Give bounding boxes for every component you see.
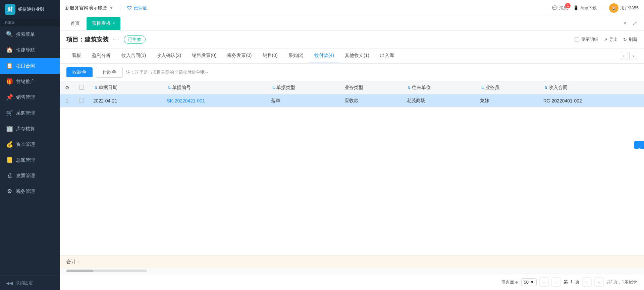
settings-icon[interactable]: ⚙ <box>65 85 69 90</box>
tab-project-board[interactable]: 项目看板 × <box>87 17 120 30</box>
table-row[interactable]: 1 2022-04-21 SK-20220421-001 蓝单 应收款 宏茂商场… <box>60 94 644 107</box>
row-biz-type: 应收款 <box>340 94 401 107</box>
sub-nav-other-income[interactable]: 其他收支(1) <box>339 49 375 63</box>
row-index: 1 <box>60 94 74 107</box>
sub-nav-scroll-controls: ‹ › <box>620 52 637 60</box>
tab-close-icon[interactable]: × <box>113 21 115 26</box>
sidebar-item-project-contract[interactable]: 📋 项目合同 <box>0 58 60 74</box>
contract-column-header[interactable]: ⇅ 收入合同 <box>539 81 644 94</box>
sort-icon: ⇅ <box>168 86 171 90</box>
topbar-divider <box>120 5 120 11</box>
show-detail-toggle[interactable]: 显示明细 <box>575 37 598 43</box>
settings-column-header[interactable]: ⚙ <box>60 81 74 94</box>
sidebar-item-marketing[interactable]: 🎁 营销推广 <box>0 74 60 89</box>
row-date: 2022-04-21 <box>89 94 162 107</box>
certified-badge: 🛡 已认证 <box>127 5 147 11</box>
horizontal-scrollbar[interactable] <box>66 270 147 272</box>
project-selector[interactable]: 新服务官网演示账套 ▼ <box>65 5 113 11</box>
salesman-column-header[interactable]: ⇅ 业务员 <box>475 81 539 94</box>
app-download-button[interactable]: 📱 App下载 <box>573 5 597 11</box>
sub-nav-income-contract[interactable]: 收入合同(1) <box>116 49 151 63</box>
tab-expand-button[interactable]: ⤢ <box>631 18 639 28</box>
search-icon: 🔍 <box>6 31 13 38</box>
page-next-button[interactable]: › <box>582 277 592 287</box>
data-table: ⚙ ⇅ 单据日期 ⇅ 单据编号 <box>60 81 644 107</box>
row-checkbox-cell[interactable] <box>74 94 89 107</box>
sidebar-item-invoice[interactable]: 🖨 发票管理 <box>0 168 60 184</box>
pagination: 每页显示 50 ▼ « ‹ 第 1 页 › » 共1页，1条记录 <box>60 274 644 290</box>
sidebar-logo: 财 畅捷通好业财 <box>0 0 60 19</box>
sidebar-item-sales[interactable]: 📌 销售管理 <box>0 89 60 105</box>
sidebar-item-search[interactable]: 🔍 搜索菜单 <box>0 26 60 42</box>
scrollbar-thumb[interactable] <box>66 270 93 272</box>
collection-bill-button[interactable]: 收款单 <box>66 67 93 77</box>
page-first-button[interactable]: « <box>539 277 549 287</box>
tab-controls: × ⤢ <box>622 18 639 28</box>
sidebar-item-ledger[interactable]: 📒 总账管理 <box>0 152 60 168</box>
sub-nav-purchase[interactable]: 采购(2) <box>283 49 309 63</box>
sub-nav-warehouse[interactable]: 出入库 <box>375 49 399 63</box>
toolbar-note: 注：这里是与项目关联的全部收付款单哦～ <box>126 69 209 75</box>
sidebar-item-label: 资金管理 <box>16 142 35 148</box>
home-icon: 🏠 <box>6 47 13 54</box>
project-header: 项目：建筑安装 ··· 已生效 显示明细 ↗ 导出 ↻ 刷新 <box>60 31 644 49</box>
row-number[interactable]: SK-20220421-001 <box>162 94 266 107</box>
marketing-icon: 🎁 <box>6 78 13 85</box>
user-menu[interactable]: 🐹 用户3355 <box>609 3 639 13</box>
export-icon: ↗ <box>604 37 607 42</box>
ledger-icon: 📒 <box>6 157 13 164</box>
select-all-checkbox[interactable] <box>79 85 84 90</box>
refresh-button[interactable]: ↻ 刷新 <box>623 37 637 43</box>
sidebar-item-tax[interactable]: ⚙ 税务管理 <box>0 184 60 199</box>
per-page-label: 每页显示 <box>501 279 519 285</box>
cancel-fixed-button[interactable]: ◀◀ 取消固定 <box>0 276 60 290</box>
sidebar-item-finance[interactable]: 💰 资金管理 <box>0 137 60 152</box>
page-total-label: 共1页，1条记录 <box>606 279 637 285</box>
date-column-header[interactable]: ⇅ 单据日期 <box>89 81 162 94</box>
topbar-right: 💬 消息 1 📱 App下载 | 🐹 用户3355 <box>552 3 639 13</box>
checkbox-column-header[interactable] <box>74 81 89 94</box>
tab-home[interactable]: 首页 <box>65 17 85 30</box>
page-last-button[interactable]: » <box>594 277 604 287</box>
sub-nav-sales-invoice[interactable]: 销售发票(0) <box>186 49 222 63</box>
purchase-icon: 🛒 <box>6 110 13 117</box>
tab-close-window-button[interactable]: × <box>622 18 628 28</box>
sidebar-item-inventory[interactable]: 🏢 库存核算 <box>0 121 60 137</box>
sidebar-item-label: 快捷导航 <box>16 47 35 53</box>
export-button[interactable]: ↗ 导出 <box>604 37 618 43</box>
sub-nav-prev-button[interactable]: ‹ <box>620 52 628 60</box>
project-title: 项目：建筑安装 <box>66 35 109 44</box>
sidebar-item-quicknav[interactable]: 🏠 快捷导航 <box>0 42 60 58</box>
partner-column-header[interactable]: ⇅ 往来单位 <box>402 81 475 94</box>
show-detail-checkbox[interactable] <box>575 37 579 42</box>
phone-icon: 📱 <box>573 5 579 10</box>
feedback-button[interactable]: 反馈 <box>634 141 644 149</box>
payment-bill-button[interactable]: 付款单 <box>96 67 123 78</box>
invoice-icon: 🖨 <box>6 172 13 179</box>
sub-nav-income-confirm[interactable]: 收入确认(2) <box>151 49 186 63</box>
page-prev-button[interactable]: ‹ <box>551 277 561 287</box>
main-area: 新服务官网演示账套 ▼ 🛡 已认证 💬 消息 1 📱 App下载 | 🐹 用户3… <box>60 0 644 290</box>
table-container: ⚙ ⇅ 单据日期 ⇅ 单据编号 <box>60 81 644 255</box>
sub-nav-kanban[interactable]: 看板 <box>66 49 87 63</box>
sidebar-item-label: 采购管理 <box>16 110 35 116</box>
messages-button[interactable]: 💬 消息 1 <box>552 5 568 11</box>
per-page-select[interactable]: 50 ▼ <box>521 278 536 286</box>
sidebar: 财 畅捷通好业财 标准版 🔍 搜索菜单 🏠 快捷导航 📋 项目合同 🎁 营销推广… <box>0 0 60 290</box>
sidebar-item-purchase[interactable]: 🛒 采购管理 <box>0 105 60 121</box>
sub-nav-sales[interactable]: 销售(0) <box>257 49 283 63</box>
type-column-header[interactable]: ⇅ 单据类型 <box>266 81 340 94</box>
sub-nav-tax-invoice[interactable]: 税务发票(0) <box>222 49 257 63</box>
message-badge: 1 <box>565 3 571 8</box>
row-checkbox[interactable] <box>79 98 84 103</box>
pin-icon: ◀◀ <box>6 281 13 286</box>
sidebar-item-label: 营销推广 <box>16 79 35 85</box>
sidebar-item-label: 搜索菜单 <box>16 31 35 38</box>
sub-nav-next-button[interactable]: › <box>629 52 637 60</box>
number-column-header[interactable]: ⇅ 单据编号 <box>162 81 266 94</box>
project-more-button[interactable]: ··· <box>113 36 120 43</box>
sub-nav-collection[interactable]: 收付款(4) <box>309 49 339 63</box>
sub-nav-profit[interactable]: 盈利分析 <box>87 49 116 63</box>
toolbar-row: 收款单 付款单 注：这里是与项目关联的全部收付款单哦～ <box>60 64 644 81</box>
biz-type-column-header: 业务类型 <box>340 81 401 94</box>
